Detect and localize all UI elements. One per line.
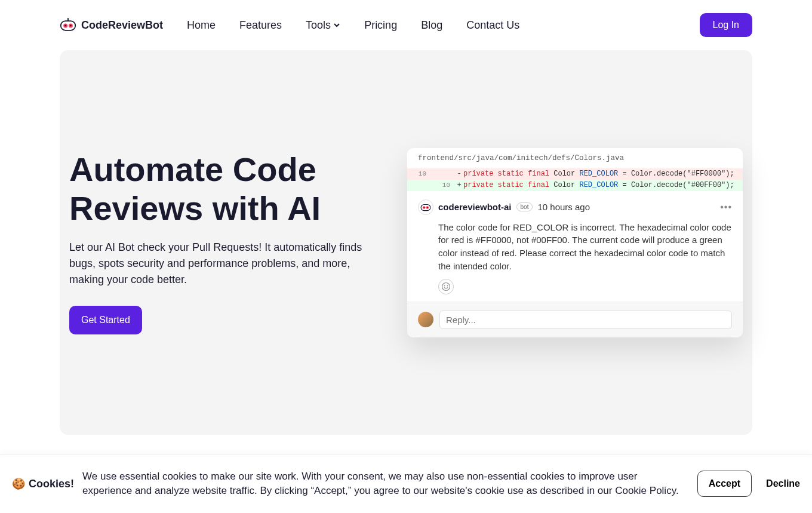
hero-section: Automate Code Reviews with AI Let our AI…	[60, 50, 752, 435]
diff-code: private static final Color RED_COLOR = C…	[463, 170, 743, 178]
diff-line-added: 10 + private static final Color RED_COLO…	[407, 180, 743, 191]
svg-point-3	[64, 25, 66, 27]
svg-point-6	[67, 18, 69, 20]
nav-tools-label: Tools	[306, 19, 331, 32]
cookie-text: We use essential cookies to make our sit…	[82, 469, 689, 499]
diff-code: private static final Color RED_COLOR = C…	[463, 181, 743, 189]
svg-point-14	[447, 285, 448, 286]
get-started-button[interactable]: Get Started	[69, 306, 142, 334]
cookie-heading: Cookies!	[29, 478, 74, 490]
brand-logo[interactable]: CodeReviewBot	[60, 18, 163, 32]
svg-point-12	[442, 282, 450, 290]
new-line-num: 10	[431, 182, 455, 189]
svg-point-11	[427, 207, 428, 208]
cookie-banner: 🍪 Cookies! We use essential cookies to m…	[0, 454, 812, 513]
user-avatar	[418, 312, 433, 327]
accept-button[interactable]: Accept	[697, 471, 752, 497]
cookie-label: 🍪 Cookies!	[12, 477, 74, 490]
comment-section: codereviewbot-ai bot 10 hours ago ••• Th…	[407, 191, 743, 302]
robot-icon	[420, 203, 431, 211]
diff-sign: +	[455, 181, 463, 189]
decline-button[interactable]: Decline	[766, 478, 800, 489]
reply-section	[407, 302, 743, 337]
nav-pricing[interactable]: Pricing	[364, 19, 397, 32]
smiley-icon	[441, 282, 451, 291]
comment-author: codereviewbot-ai	[438, 202, 512, 212]
comment-body: The color code for RED_COLOR is incorrec…	[438, 221, 732, 273]
cookie-emoji-icon: 🍪	[12, 477, 25, 490]
login-button[interactable]: Log In	[700, 13, 752, 37]
diff-sign: -	[455, 170, 463, 178]
bot-avatar	[418, 199, 433, 215]
svg-point-4	[70, 25, 72, 27]
brand-name: CodeReviewBot	[81, 19, 163, 32]
svg-rect-0	[61, 21, 76, 30]
hero-subtitle: Let our AI Bot check your Pull Requests!…	[69, 239, 368, 288]
chevron-down-icon	[333, 21, 340, 29]
nav-contact[interactable]: Contact Us	[466, 19, 519, 32]
reply-input[interactable]	[439, 311, 732, 329]
nav-tools[interactable]: Tools	[306, 19, 340, 32]
hero-right: frontend/src/java/com/initech/defs/Color…	[392, 148, 743, 337]
nav-links: Home Features Tools Pricing Blog Contact…	[187, 19, 699, 32]
review-card: frontend/src/java/com/initech/defs/Color…	[407, 148, 743, 337]
comment-header: codereviewbot-ai bot 10 hours ago •••	[418, 199, 732, 215]
old-line-num: 10	[407, 170, 431, 177]
comment-timestamp: 10 hours ago	[537, 202, 590, 212]
svg-point-13	[444, 285, 445, 286]
nav-blog[interactable]: Blog	[421, 19, 442, 32]
hero-title: Automate Code Reviews with AI	[69, 150, 380, 228]
diff-line-removed: 10 - private static final Color RED_COLO…	[407, 168, 743, 180]
top-nav: CodeReviewBot Home Features Tools Pricin…	[0, 0, 812, 50]
svg-point-10	[423, 207, 425, 208]
reaction-row	[438, 279, 732, 294]
robot-icon	[60, 18, 76, 32]
add-reaction-button[interactable]	[438, 279, 454, 294]
bot-badge: bot	[516, 202, 533, 211]
file-path: frontend/src/java/com/initech/defs/Color…	[407, 148, 743, 168]
comment-menu-icon[interactable]: •••	[720, 202, 732, 213]
svg-rect-7	[421, 204, 430, 210]
cookie-actions: Accept Decline	[697, 471, 800, 497]
nav-home[interactable]: Home	[187, 19, 216, 32]
hero-left: Automate Code Reviews with AI Let our AI…	[69, 150, 392, 334]
nav-features[interactable]: Features	[239, 19, 282, 32]
